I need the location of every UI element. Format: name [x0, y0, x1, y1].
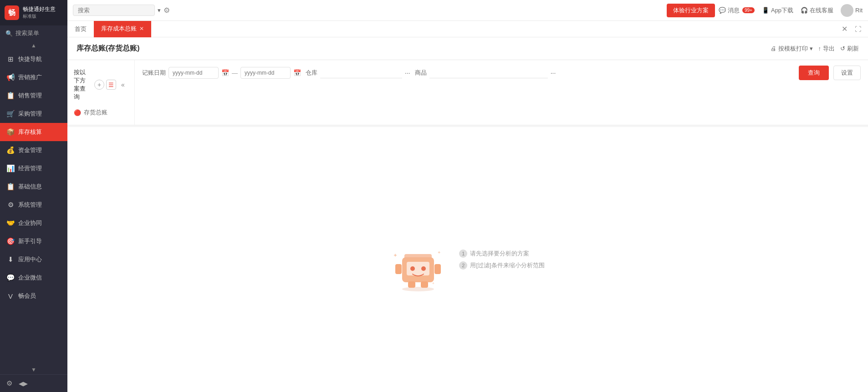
sidebar-item-cooperation[interactable]: 🤝 企业协同 — [0, 214, 67, 232]
date-start-calendar-icon[interactable]: 📅 — [221, 69, 229, 76]
nav-label: 库存核算 — [18, 128, 42, 136]
svg-rect-2 — [407, 262, 429, 275]
refresh-btn[interactable]: ↺ 刷新 — [840, 45, 859, 53]
user-name: Rit — [855, 7, 863, 14]
nav-label: 经营管理 — [18, 164, 42, 173]
topbar-user[interactable]: Rit — [841, 4, 863, 17]
sidebar-item-wechat[interactable]: 💬 企业微信 — [0, 269, 67, 287]
tab-home[interactable]: 首页 — [67, 21, 94, 37]
topbar-search-input[interactable] — [73, 5, 155, 16]
goods-more-icon[interactable]: ··· — [551, 69, 556, 76]
nav-label: 采购管理 — [18, 110, 42, 118]
filter-scheme-label: 按以下方案查询 — [74, 68, 90, 101]
filter-main: 记账日期 📅 — 📅 仓库 ··· 商 — [135, 60, 868, 125]
goods-input[interactable] — [429, 67, 548, 78]
filter-collapse-btn[interactable]: « — [118, 80, 128, 90]
topbar-gear-icon[interactable]: ⚙ — [163, 6, 170, 15]
sidebar-item-app-center[interactable]: ⬇ 应用中心 — [0, 250, 67, 269]
tip2-number: 2 — [459, 261, 467, 270]
filter-warehouse-group: 仓库 ··· — [306, 67, 410, 78]
refresh-icon: ↺ — [840, 45, 845, 52]
vip-icon: V — [6, 292, 15, 300]
nav-label: 快捷导航 — [18, 55, 42, 63]
svg-rect-6 — [395, 264, 402, 274]
sidebar-logo[interactable]: 畅 畅捷通好生意 标准版 — [0, 0, 67, 25]
date-start-input[interactable] — [168, 67, 219, 79]
svg-text:✦: ✦ — [432, 281, 435, 285]
sidebar-item-quick-nav[interactable]: ⊞ 快捷导航 — [0, 50, 67, 68]
footer-settings-icon[interactable]: ⚙ — [6, 379, 12, 387]
sidebar-item-system[interactable]: ⚙ 系统管理 — [0, 196, 67, 214]
sidebar-item-inventory[interactable]: 📦 库存核算 — [0, 123, 67, 141]
handshake-icon: 🤝 — [6, 219, 15, 227]
tab-label: 库存成本总账 — [101, 25, 137, 33]
print-template-btn[interactable]: 🖨 按模板打印 ▾ — [771, 45, 813, 53]
svg-rect-7 — [434, 264, 441, 274]
grid-icon: ⊞ — [6, 55, 15, 63]
nav-label: 基础信息 — [18, 183, 42, 191]
warehouse-input[interactable] — [320, 67, 402, 78]
sidebar-item-marketing[interactable]: 📢 营销推广 — [0, 68, 67, 87]
sidebar-item-operations[interactable]: 📊 经营管理 — [0, 159, 67, 178]
scheme-item-inventory-ledger[interactable]: 🔴 存货总账 — [67, 105, 134, 120]
phone-icon: 📱 — [762, 7, 769, 14]
sidebar-search[interactable]: 🔍 搜索菜单 — [0, 25, 67, 41]
sidebar-footer: ⚙ ◀▶ — [0, 374, 67, 392]
setting-btn[interactable]: 设置 — [833, 66, 861, 80]
logo-name: 畅捷通好生意 — [23, 6, 56, 13]
warehouse-more-icon[interactable]: ··· — [405, 69, 410, 76]
date-end-calendar-icon[interactable]: 📅 — [293, 69, 301, 76]
sidebar-item-finance[interactable]: 💰 资金管理 — [0, 141, 67, 159]
tab-inventory-cost[interactable]: 库存成本总账 ✕ — [94, 21, 151, 37]
scroll-down-arrow[interactable]: ▼ — [0, 365, 67, 374]
scroll-up-arrow[interactable]: ▲ — [0, 41, 67, 50]
date-end-input[interactable] — [240, 67, 291, 79]
query-btn[interactable]: 查询 — [799, 66, 829, 80]
sidebar: 畅 畅捷通好生意 标准版 🔍 搜索菜单 ▲ ⊞ 快捷导航 📢 营销推广 📋 销售… — [0, 0, 67, 392]
chevron-down-icon: ▾ — [158, 7, 161, 14]
filter-wrapper: 按以下方案查询 + ☰ « 🔴 存货总账 记账日期 — [67, 60, 868, 125]
sidebar-item-sales[interactable]: 📋 销售管理 — [0, 87, 67, 105]
svg-rect-9 — [421, 281, 428, 288]
tab-close-icon[interactable]: ✕ — [139, 25, 144, 32]
empty-illustration: ✦ ✦ ✦ — [391, 232, 445, 287]
tabs-right-actions: ✕ ⛶ — [839, 24, 868, 35]
date-label: 记账日期 — [142, 69, 166, 77]
logo-icon: 畅 — [5, 5, 19, 20]
close-all-tabs-btn[interactable]: ✕ — [839, 24, 850, 35]
scheme-item-label: 存货总账 — [84, 108, 107, 117]
sidebar-item-purchase[interactable]: 🛒 采购管理 — [0, 105, 67, 123]
filter-scheme-btn[interactable]: ☰ — [106, 80, 116, 90]
industry-btn[interactable]: 体验行业方案 — [667, 4, 715, 17]
topbar: ▾ ⚙ 体验行业方案 💬 消息 99+ 📱 App下载 🎧 在线客服 Rit — [67, 0, 868, 21]
sidebar-item-basic-info[interactable]: 📋 基础信息 — [0, 178, 67, 196]
footer-toggle-icon[interactable]: ◀▶ — [19, 380, 28, 387]
topbar-dropdown-btn[interactable]: ▾ — [158, 7, 161, 14]
sidebar-item-guide[interactable]: 🎯 新手引导 — [0, 232, 67, 250]
message-icon: 💬 — [719, 7, 726, 14]
filter-goods-group: 商品 ··· — [415, 67, 556, 78]
expand-icon[interactable]: ⛶ — [853, 24, 863, 35]
topbar-messages[interactable]: 💬 消息 99+ — [719, 6, 755, 15]
sidebar-search-label: 搜索菜单 — [15, 29, 39, 37]
empty-state: ✦ ✦ ✦ 1 请先选择要分析的方案 2 用[过滤]条件来缩小分析范围 — [67, 127, 868, 392]
scheme-label-row: 按以下方案查询 + ☰ « — [67, 65, 134, 105]
svg-text:✦: ✦ — [437, 250, 441, 255]
export-btn[interactable]: ↑ 导出 — [818, 45, 835, 53]
empty-tip-2: 2 用[过滤]条件来缩小分析范围 — [459, 260, 544, 271]
megaphone-icon: 📢 — [6, 73, 15, 81]
svg-point-3 — [410, 266, 415, 271]
content-area: 库存总账(存货总账) 🖨 按模板打印 ▾ ↑ 导出 ↺ 刷新 — [67, 37, 868, 392]
cart-icon: 🛒 — [6, 110, 15, 118]
search-icon: 🔍 — [5, 30, 13, 37]
nav-label: 系统管理 — [18, 201, 42, 209]
sidebar-item-vip[interactable]: V 畅会员 — [0, 287, 67, 305]
clipboard-icon: 📋 — [6, 92, 15, 100]
target-icon: 🎯 — [6, 237, 15, 245]
filter-date-group: 记账日期 📅 — 📅 — [142, 67, 301, 79]
topbar-app-download[interactable]: 📱 App下载 — [762, 6, 793, 15]
filter-add-btn[interactable]: + — [94, 80, 104, 90]
topbar-online-service[interactable]: 🎧 在线客服 — [801, 6, 833, 15]
user-avatar — [841, 4, 853, 17]
scheme-panel: 按以下方案查询 + ☰ « 🔴 存货总账 — [67, 60, 135, 125]
